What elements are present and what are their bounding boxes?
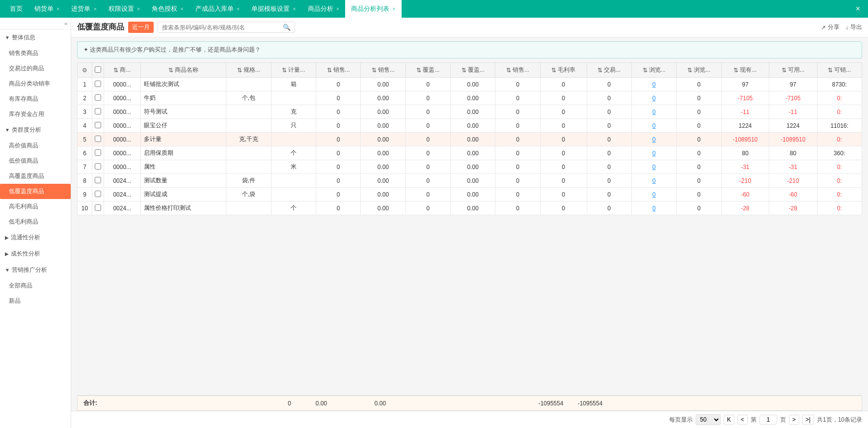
col-sales2[interactable]: ⇅销售... [361,63,406,78]
row-browse1[interactable]: 0 [631,201,676,215]
sidebar-item-inventory-capital[interactable]: 库存资金占用 [0,107,71,122]
sidebar-section-growth[interactable]: ▶ 成长性分析 [0,246,71,262]
sidebar-item-stocked-goods[interactable]: 有库存商品 [0,91,71,107]
nav-close-all-button[interactable]: × [852,4,864,13]
row-checkbox[interactable] [92,160,104,174]
row-checkbox[interactable] [92,105,104,119]
sidebar-section-cluster[interactable]: ▼ 类群度分析 [0,122,71,138]
row-checkbox[interactable] [92,201,104,215]
col-sellable[interactable]: ⇅可销... [817,63,862,78]
col-trade[interactable]: ⇅交易... [587,63,631,78]
sidebar-item-low-coverage[interactable]: 低覆盖度商品 [0,184,71,199]
pagination-page-size-select[interactable]: 50 100 200 [696,414,721,425]
col-checkbox[interactable] [92,63,104,78]
nav-tab-home[interactable]: 首页 [4,0,28,18]
nav-tab-finished-goods[interactable]: 产成品入库单 × [190,0,245,18]
date-filter-button[interactable]: 近一月 [128,22,154,33]
nav-tab-product-analysis-list[interactable]: 商品分析列表 × [345,0,401,18]
row-browse1[interactable]: 0 [631,105,676,119]
select-all-checkbox[interactable] [95,66,101,73]
settings-icon[interactable]: ⚙ [82,67,87,74]
sidebar-item-new-goods[interactable]: 新品 [0,293,71,309]
pagination-last-button[interactable]: >| [802,415,814,425]
col-settings[interactable]: ⚙ [78,63,92,78]
row-current: -60 [721,188,769,201]
sidebar-item-high-margin[interactable]: 高毛利商品 [0,199,71,214]
row-browse1[interactable]: 0 [631,174,676,188]
sidebar-section-overall[interactable]: ▼ 整体信息 [0,29,71,46]
sidebar-item-high-coverage[interactable]: 高覆盖度商品 [0,169,71,184]
row-checkbox[interactable] [92,78,104,91]
row-sales3: 0 [495,174,540,188]
row-browse1[interactable]: 0 [631,133,676,146]
row-sales1: 0 [316,201,360,215]
row-code: 0024... [104,174,141,188]
search-input[interactable] [162,24,283,31]
row-checkbox[interactable] [92,133,104,146]
row-checkbox[interactable] [92,119,104,133]
sidebar-section-marketing[interactable]: ▼ 营销推广分析 [0,262,71,278]
col-current[interactable]: ⇅现有... [721,63,769,78]
nav-tab-product-analysis[interactable]: 商品分析 × [302,0,345,18]
col-cover2[interactable]: ⇅覆盖... [451,63,495,78]
row-gross: 0 [540,133,587,146]
nav-tab-purchase[interactable]: 进货单 × [65,0,102,18]
col-name[interactable]: ⇅商品名称 [140,63,226,78]
row-browse1[interactable]: 0 [631,188,676,201]
col-sales3[interactable]: ⇅销售... [495,63,540,78]
nav-tab-sales[interactable]: 销货单 × [28,0,65,18]
row-browse2: 0 [677,174,721,188]
sidebar-item-low-value[interactable]: 低价值商品 [0,153,71,169]
row-gross: 0 [540,91,587,105]
col-unit[interactable]: ⇅计量... [271,63,316,78]
row-checkbox[interactable] [92,188,104,201]
col-cover1[interactable]: ⇅覆盖... [406,63,450,78]
nav-tab-sales-close[interactable]: × [56,6,59,12]
row-browse1[interactable]: 0 [631,119,676,133]
sidebar-item-high-value[interactable]: 高价值商品 [0,138,71,153]
sort-icon-current: ⇅ [733,67,738,74]
col-sales1[interactable]: ⇅销售... [316,63,360,78]
row-unit: 个 [271,146,316,160]
nav-tab-template-close[interactable]: × [293,6,296,12]
nav-tab-permissions[interactable]: 权限设置 × [103,0,146,18]
nav-tab-product-analysis-close[interactable]: × [336,6,339,12]
data-table-container[interactable]: ⚙ ⇅商... ⇅商品名称 ⇅规格... ⇅计量... ⇅销售... ⇅销售..… [77,62,862,395]
col-browse2[interactable]: ⇅浏览... [677,63,721,78]
col-code[interactable]: ⇅商... [104,63,141,78]
pagination-first-button[interactable]: K [724,415,734,425]
row-trade: 0 [587,78,631,91]
row-checkbox[interactable] [92,174,104,188]
row-browse1[interactable]: 0 [631,78,676,91]
sort-icon-unit: ⇅ [282,67,287,74]
sidebar-item-category-sales-rate[interactable]: 商品分类动销率 [0,76,71,91]
row-checkbox[interactable] [92,146,104,160]
row-checkbox[interactable] [92,91,104,105]
col-browse1[interactable]: ⇅浏览... [631,63,676,78]
nav-tab-product-analysis-list-close[interactable]: × [392,6,395,12]
pagination-prev-button[interactable]: < [737,415,748,425]
sidebar-section-liquidity[interactable]: ▶ 流通性分析 [0,229,71,246]
nav-tab-roles[interactable]: 角色授权 × [146,0,189,18]
nav-tab-purchase-close[interactable]: × [93,6,96,12]
share-button[interactable]: ↗ 分享 [821,23,840,31]
row-browse1[interactable]: 0 [631,91,676,105]
col-spec[interactable]: ⇅规格... [226,63,271,78]
pagination-page-input[interactable] [760,415,777,425]
sidebar-item-all-goods[interactable]: 全部商品 [0,278,71,293]
row-name: 眼宝公仔 [140,119,226,133]
col-gross[interactable]: ⇅毛利率 [540,63,587,78]
sidebar-collapse-button[interactable]: « [64,20,68,27]
row-browse1[interactable]: 0 [631,146,676,160]
sidebar-item-traded-goods[interactable]: 交易过的商品 [0,61,71,76]
export-button[interactable]: ↓ 导出 [845,23,862,31]
nav-tab-permissions-close[interactable]: × [137,6,140,12]
pagination-next-button[interactable]: > [789,415,799,425]
nav-tab-template[interactable]: 单据模板设置 × [245,0,301,18]
row-browse1[interactable]: 0 [631,160,676,174]
nav-tab-finished-goods-close[interactable]: × [237,6,240,12]
sidebar-item-low-margin[interactable]: 低毛利商品 [0,214,71,229]
col-available[interactable]: ⇅可用... [769,63,817,78]
sidebar-item-sales-goods[interactable]: 销售类商品 [0,46,71,61]
nav-tab-roles-close[interactable]: × [180,6,183,12]
